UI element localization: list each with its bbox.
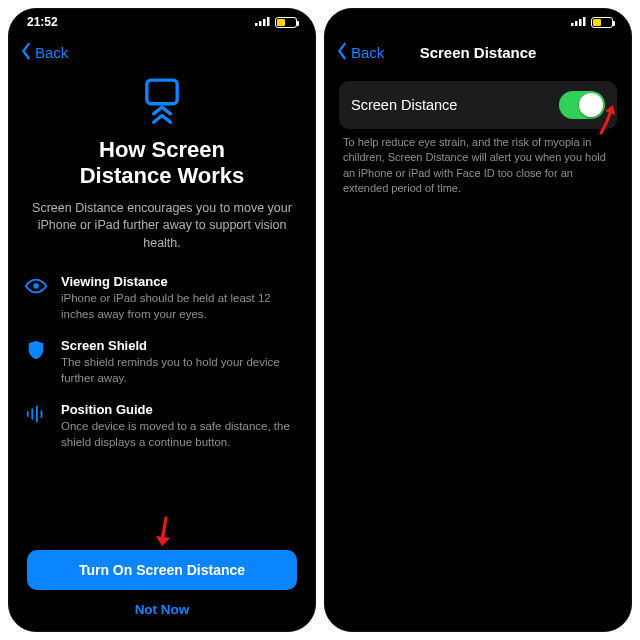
toggle-knob <box>579 93 603 117</box>
svg-rect-11 <box>575 21 578 26</box>
status-right <box>255 15 297 29</box>
eye-icon <box>23 274 49 297</box>
svg-rect-2 <box>263 19 266 26</box>
status-time <box>343 15 346 29</box>
status-bar: 21:52 <box>9 9 315 35</box>
nav-bar: Back <box>9 35 315 69</box>
svg-rect-4 <box>147 80 177 104</box>
setting-footnote: To help reduce eye strain, and the risk … <box>339 129 617 197</box>
svg-rect-8 <box>36 406 38 423</box>
chevron-left-icon <box>335 42 349 63</box>
nav-bar: Back Screen Distance <box>325 35 631 69</box>
onboarding-content: How Screen Distance Works Screen Distanc… <box>9 69 315 631</box>
onboarding-actions: Turn On Screen Distance Not Now <box>23 540 301 631</box>
shield-icon <box>23 338 49 361</box>
turn-on-button[interactable]: Turn On Screen Distance <box>27 550 297 590</box>
back-label: Back <box>351 44 384 61</box>
back-button[interactable]: Back <box>331 38 388 67</box>
cell-label: Screen Distance <box>351 97 457 113</box>
screen-distance-hero-icon <box>23 75 301 129</box>
svg-rect-7 <box>31 409 33 420</box>
status-bar <box>325 9 631 35</box>
status-time: 21:52 <box>27 15 58 29</box>
svg-rect-3 <box>267 17 270 26</box>
annotation-arrow-icon <box>150 516 176 554</box>
svg-rect-1 <box>259 21 262 26</box>
feature-desc: The shield reminds you to hold your devi… <box>61 355 301 386</box>
back-label: Back <box>35 44 68 61</box>
svg-rect-13 <box>583 17 586 26</box>
svg-rect-6 <box>27 412 29 418</box>
screen-distance-toggle[interactable] <box>559 91 605 119</box>
chevron-left-icon <box>19 42 33 63</box>
not-now-button[interactable]: Not Now <box>131 598 194 621</box>
svg-rect-9 <box>41 411 43 418</box>
battery-icon <box>275 17 297 28</box>
back-button[interactable]: Back <box>15 38 72 67</box>
onboarding-title: How Screen Distance Works <box>23 137 301 190</box>
svg-rect-0 <box>255 23 258 26</box>
feature-list: Viewing Distance iPhone or iPad should b… <box>23 274 301 450</box>
svg-rect-12 <box>579 19 582 26</box>
feature-title: Position Guide <box>61 402 301 417</box>
feature-desc: Once device is moved to a safe distance,… <box>61 419 301 450</box>
phone-left: 21:52 Back How Screen Distance Works Scr… <box>8 8 316 632</box>
signal-icon <box>255 15 271 29</box>
feature-title: Viewing Distance <box>61 274 301 289</box>
screen-distance-cell: Screen Distance <box>339 81 617 129</box>
feature-screen-shield: Screen Shield The shield reminds you to … <box>23 338 301 386</box>
phone-right: Back Screen Distance Screen Distance To … <box>324 8 632 632</box>
onboarding-subtitle: Screen Distance encourages you to move y… <box>23 200 301 253</box>
feature-position-guide: Position Guide Once device is moved to a… <box>23 402 301 450</box>
svg-rect-10 <box>571 23 574 26</box>
svg-point-5 <box>33 284 39 290</box>
settings-content: Screen Distance To help reduce eye strai… <box>325 69 631 631</box>
feature-title: Screen Shield <box>61 338 301 353</box>
feature-viewing-distance: Viewing Distance iPhone or iPad should b… <box>23 274 301 322</box>
battery-icon <box>591 17 613 28</box>
waveform-icon <box>23 402 49 425</box>
status-right <box>571 15 613 29</box>
feature-desc: iPhone or iPad should be held at least 1… <box>61 291 301 322</box>
signal-icon <box>571 15 587 29</box>
